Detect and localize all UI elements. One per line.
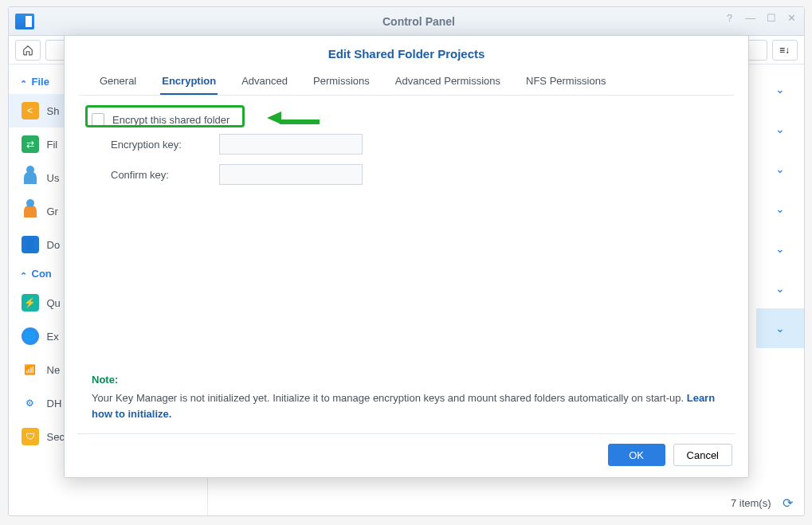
note-block: Note: Your Key Manager is not initialize…	[92, 374, 721, 421]
cancel-button[interactable]: Cancel	[673, 444, 732, 466]
chevron-down-icon: ⌄	[775, 123, 785, 135]
ok-button[interactable]: OK	[608, 444, 665, 466]
tab-nfs-permissions[interactable]: NFS Permissions	[524, 69, 607, 95]
chevron-down-icon: ⌄	[775, 242, 785, 255]
content-footer: 7 item(s) ⟳	[731, 496, 793, 511]
expand-row[interactable]: ⌄	[756, 229, 804, 268]
expand-row[interactable]: ⌄	[756, 189, 804, 229]
home-icon	[22, 45, 33, 56]
tab-encryption[interactable]: Encryption	[160, 69, 218, 95]
sidebar-item-label: Sh	[47, 105, 60, 117]
shield-icon: 🛡	[22, 428, 39, 445]
home-button[interactable]	[15, 40, 41, 61]
tab-advanced-permissions[interactable]: Advanced Permissions	[394, 69, 502, 95]
tab-permissions[interactable]: Permissions	[312, 69, 371, 95]
edit-shared-folder-dialog: Edit Shared Folder Projects General Encr…	[64, 35, 749, 478]
encrypt-checkbox-row: Encrypt this shared folder	[92, 110, 721, 129]
app-icon	[15, 14, 34, 29]
file-icon: ⇄	[22, 135, 39, 153]
share-icon: <	[22, 102, 39, 119]
confirm-key-input[interactable]	[219, 164, 363, 185]
group-icon	[22, 202, 39, 220]
encrypt-checkbox[interactable]	[92, 113, 104, 126]
expand-row[interactable]: ⌄	[756, 69, 804, 109]
sort-button[interactable]: ≡↓	[772, 40, 798, 61]
tab-general[interactable]: General	[98, 69, 138, 95]
sidebar-item-label: Gr	[47, 206, 58, 217]
chevron-down-icon: ⌄	[775, 282, 785, 295]
expand-column: ⌄ ⌄ ⌄ ⌄ ⌄ ⌄ ⌄	[756, 69, 804, 348]
encryption-key-row: Encryption key:	[92, 129, 721, 159]
window-controls: ? — ☐ ✕	[723, 12, 799, 24]
sidebar-item-label: Ne	[47, 364, 61, 376]
expand-row[interactable]: ⌄	[756, 268, 804, 308]
dialog-separator	[77, 433, 736, 434]
maximize-icon[interactable]: ☐	[764, 12, 779, 24]
chevron-down-icon: ⌄	[775, 202, 785, 215]
globe-icon: 🌐	[22, 327, 39, 345]
refresh-icon[interactable]: ⟳	[783, 496, 793, 511]
sidebar-item-label: Do	[47, 239, 61, 251]
arrow-annotation	[267, 112, 320, 127]
dialog-title: Edit Shared Folder Projects	[65, 36, 748, 69]
tab-advanced[interactable]: Advanced	[240, 69, 289, 95]
dialog-tabs: General Encryption Advanced Permissions …	[79, 69, 734, 96]
expand-row[interactable]: ⌄	[756, 109, 804, 149]
dhcp-icon: ⚙	[22, 394, 39, 412]
chevron-down-icon: ⌄	[775, 83, 785, 96]
encrypt-label: Encrypt this shared folder	[112, 114, 229, 126]
confirm-key-row: Confirm key:	[92, 159, 721, 190]
help-icon[interactable]: ?	[723, 12, 737, 24]
dialog-body: Encrypt this shared folder Encryption ke…	[65, 96, 748, 204]
encryption-key-input[interactable]	[219, 134, 363, 155]
sidebar-item-label: Us	[47, 172, 60, 184]
sidebar-item-label: DH	[47, 398, 62, 409]
note-text: Your Key Manager is not initialized yet.…	[92, 390, 721, 421]
confirm-key-label: Confirm key:	[111, 169, 206, 181]
chevron-down-icon: ⌄	[775, 163, 785, 175]
close-icon[interactable]: ✕	[785, 12, 799, 24]
sidebar-item-label: Qu	[47, 297, 61, 309]
item-count: 7 item(s)	[731, 497, 771, 509]
note-title: Note:	[92, 374, 721, 386]
network-icon: 📶	[22, 361, 39, 378]
chevron-down-icon: ⌄	[775, 322, 785, 335]
sidebar-item-label: Fil	[47, 139, 58, 151]
domain-icon: 👤	[22, 236, 39, 253]
expand-row[interactable]: ⌄	[756, 308, 804, 348]
dialog-footer: OK Cancel	[608, 444, 732, 466]
minimize-icon[interactable]: —	[743, 12, 758, 24]
titlebar: Control Panel ? — ☐ ✕	[9, 7, 804, 36]
quick-icon: ⚡	[22, 294, 39, 311]
window-title: Control Panel	[34, 15, 804, 28]
expand-row[interactable]: ⌄	[756, 149, 804, 189]
sidebar-item-label: Ex	[47, 331, 59, 343]
encryption-key-label: Encryption key:	[111, 139, 206, 151]
user-icon	[22, 169, 39, 186]
